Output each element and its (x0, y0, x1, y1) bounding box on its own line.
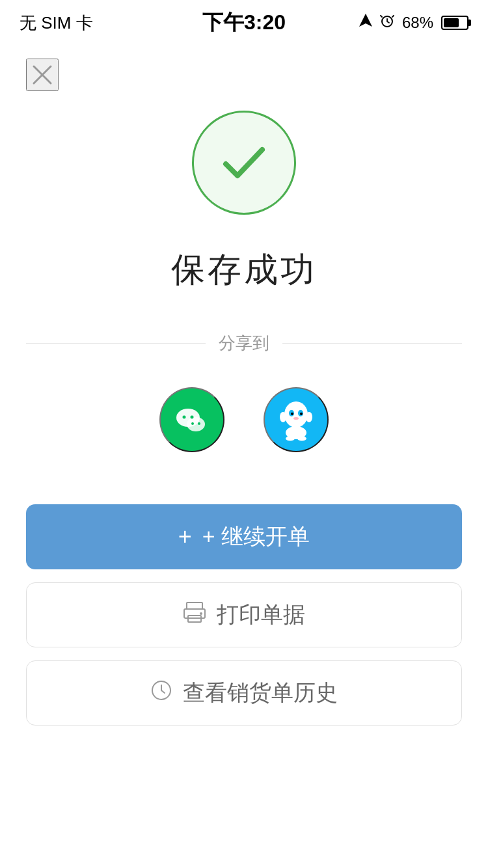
continue-order-button[interactable]: + + 继续开单 (26, 504, 462, 569)
svg-point-4 (187, 417, 205, 431)
clock-icon (150, 679, 172, 707)
svg-point-23 (200, 612, 202, 615)
svg-point-15 (300, 413, 303, 415)
carrier-text: 无 SIM 卡 (20, 12, 93, 34)
success-icon-circle (192, 111, 296, 215)
history-button[interactable]: 查看销货单历史 (26, 660, 462, 726)
continue-order-label: + 继续开单 (202, 522, 310, 552)
qq-icon (277, 398, 315, 442)
battery-icon (441, 16, 468, 30)
alarm-icon (380, 14, 394, 32)
svg-point-18 (286, 437, 295, 441)
main-content: 保存成功 分享到 (0, 46, 488, 739)
wechat-icon (174, 403, 210, 436)
svg-point-5 (183, 416, 186, 419)
status-bar: 无 SIM 卡 下午3:20 68% (0, 0, 488, 46)
print-button[interactable]: 打印单据 (26, 582, 462, 647)
share-icons-container (159, 387, 329, 452)
action-buttons: + + 继续开单 打印单据 查看销货单历 (26, 504, 462, 726)
svg-rect-20 (187, 603, 202, 609)
divider-right (282, 343, 462, 344)
wechat-share-button[interactable] (159, 387, 224, 452)
svg-point-10 (280, 412, 286, 422)
close-button[interactable] (26, 59, 59, 91)
time-display: 下午3:20 (202, 8, 286, 37)
svg-point-19 (297, 437, 306, 441)
svg-point-8 (198, 422, 200, 425)
divider-left (26, 343, 206, 344)
qq-share-button[interactable] (264, 387, 329, 452)
svg-point-11 (306, 412, 312, 422)
status-right: 68% (359, 14, 468, 32)
share-divider: 分享到 (26, 332, 462, 355)
svg-point-16 (293, 417, 299, 420)
location-icon (359, 14, 372, 32)
status-left: 无 SIM 卡 (20, 12, 100, 34)
checkmark-icon (218, 137, 270, 189)
print-label: 打印单据 (217, 600, 305, 630)
printer-icon (183, 601, 206, 629)
success-title: 保存成功 (171, 247, 317, 293)
divider-label: 分享到 (219, 332, 269, 355)
svg-point-6 (191, 416, 194, 419)
svg-point-7 (191, 422, 194, 425)
battery-percent: 68% (402, 14, 433, 32)
plus-icon: + (178, 523, 192, 550)
svg-point-14 (291, 413, 293, 415)
svg-point-9 (284, 401, 308, 427)
history-label: 查看销货单历史 (183, 678, 338, 708)
